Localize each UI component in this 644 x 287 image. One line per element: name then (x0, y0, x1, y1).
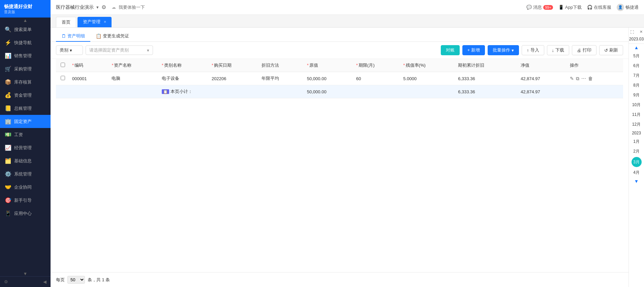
sidebar-item-sales[interactable]: 📊销售管理 (0, 49, 51, 62)
more-icon-0[interactable]: ⋯ (581, 76, 586, 81)
sidebar-item-quick-nav[interactable]: ⚡快捷导航 (0, 36, 51, 49)
sidebar-item-enterprise[interactable]: 🤝企业协同 (0, 181, 51, 194)
select-all-checkbox[interactable] (61, 63, 65, 67)
experience-link[interactable]: 我要体验一下 (119, 4, 145, 10)
message-item[interactable]: 💬 消息 99+ (526, 4, 553, 10)
month-item-11月[interactable]: 11月 (629, 110, 644, 120)
app-download-label: App下载 (565, 4, 582, 10)
category-input-select[interactable]: 请选择固定资产类别 ▾ (86, 45, 153, 55)
category-input-arrow: ▾ (147, 48, 149, 53)
toolbar-left: 类别 ▾ 请选择固定资产类别 ▾ (56, 45, 153, 55)
subtotal-label: 📋本页小计： (159, 85, 304, 98)
sidebar-item-search[interactable]: 🔍搜索菜单 (0, 23, 51, 36)
sidebar-item-ledger[interactable]: 📒总账管理 (0, 102, 51, 115)
month-item-12月[interactable]: 12月 (629, 120, 644, 129)
month-item-1月[interactable]: 1月 (629, 137, 644, 147)
table-row: 000001 电脑 电子设备 202206 年限平均 50,000.00 60 … (56, 72, 623, 85)
expand-icon[interactable]: ⛶ (630, 30, 634, 34)
new-button[interactable]: + 新增 (462, 45, 485, 55)
total-label: 条，共 1 条 (88, 277, 110, 283)
app-title: 畅捷通好业财 (4, 3, 47, 9)
sub-tab-asset-detail[interactable]: 🗒 资产明细 (56, 31, 90, 42)
month-scroll-up[interactable]: ▲ (634, 44, 639, 51)
sidebar-item-inventory[interactable]: 📦库存核算 (0, 75, 51, 89)
sidebar-icon-sales: 📊 (5, 53, 11, 59)
settings-icon[interactable]: ⚙ (4, 279, 8, 284)
topbar-right: 💬 消息 99+ 📱 App下载 🎧 在线客服 👤 畅捷通 (526, 4, 639, 11)
sidebar-item-payroll[interactable]: 💵工资 (0, 128, 51, 141)
sidebar-icon-app-center: 📱 (5, 210, 11, 217)
month-item-9月[interactable]: 9月 (629, 90, 644, 100)
sidebar-label-quick-nav: 快捷导航 (14, 40, 32, 46)
print-button[interactable]: 🖨 打印 (572, 45, 596, 55)
month-item-6月[interactable]: 6月 (629, 61, 644, 71)
message-badge: 99+ (543, 5, 553, 10)
row-category-0: 电子设备 (159, 72, 209, 85)
header-residual-rate: *残值率(%) (401, 59, 456, 72)
month-scroll-down[interactable]: ▼ (634, 178, 639, 185)
row-checkbox-0[interactable] (61, 76, 65, 80)
collapse-icon[interactable]: ◀ (43, 279, 47, 284)
sidebar-label-ledger: 总账管理 (14, 105, 32, 111)
sidebar-icon-purchase: 🛒 (5, 66, 11, 72)
sidebar-scroll-up[interactable]: ▲ (0, 18, 51, 23)
tab-home-label: 首页 (62, 20, 70, 25)
header-category: *类别名称 (159, 59, 209, 72)
month-item-4月[interactable]: 4月 (629, 168, 644, 178)
per-page-select[interactable]: 102050100 (67, 276, 85, 284)
sub-tab-change-voucher[interactable]: 📋 变更生成凭证 (90, 31, 134, 42)
content-main: 🗒 资产明细 📋 变更生成凭证 类别 ▾ 请选择固定资产类别 (51, 28, 628, 287)
sidebar-item-system[interactable]: ⚙️系统管理 (0, 167, 51, 181)
sidebar-nav: 🔍搜索菜单⚡快捷导航📊销售管理🛒采购管理📦库存核算💰资金管理📒总账管理🏢固定资产… (0, 23, 51, 271)
sidebar-item-app-center[interactable]: 📱应用中心 (0, 207, 51, 220)
user-item[interactable]: 👤 畅捷通 (617, 4, 639, 11)
sidebar-icon-base-info: 🗂️ (5, 158, 11, 164)
month-item-5月[interactable]: 5月 (629, 51, 644, 61)
app-subtitle: 普及版 (4, 9, 47, 14)
sidebar-scroll-down[interactable]: ▼ (0, 271, 51, 276)
sub-tab-change-voucher-label: 变更生成凭证 (103, 33, 129, 39)
sidebar-label-app-center: 应用中心 (14, 211, 32, 217)
download-icon: ↓ (552, 48, 554, 53)
row-original-value-0: 50,000.00 (304, 72, 354, 85)
month-item-10月[interactable]: 10月 (629, 100, 644, 110)
tab-home[interactable]: 首页 (56, 17, 76, 27)
download-button[interactable]: ↓ 下载 (547, 45, 570, 55)
sidebar-item-guide[interactable]: 🎯新手引导 (0, 194, 51, 207)
reconcile-button[interactable]: 对账 (441, 45, 460, 55)
online-service-label: 在线客服 (594, 4, 611, 10)
sidebar-icon-enterprise: 🤝 (5, 184, 11, 190)
category-filter-select[interactable]: 类别 ▾ (56, 45, 83, 55)
subtotal-empty-5 (401, 85, 456, 98)
import-button[interactable]: ↑ 导入 (522, 45, 544, 55)
company-dropdown-icon[interactable]: ▾ (96, 5, 99, 10)
edit-icon-0[interactable]: ✎ (570, 76, 574, 81)
close-panel-icon[interactable]: ✕ (640, 30, 643, 34)
online-service-item[interactable]: 🎧 在线客服 (587, 4, 611, 10)
category-dropdown-icon: ▾ (70, 48, 72, 53)
delete-icon-0[interactable]: 🗑 (588, 76, 593, 81)
header-name: *资产名称 (109, 59, 159, 72)
tab-asset-management[interactable]: 资产管理 × (78, 17, 112, 27)
sidebar-item-purchase[interactable]: 🛒采购管理 (0, 62, 51, 75)
month-item-7月[interactable]: 7月 (629, 71, 644, 81)
sidebar-item-funds[interactable]: 💰资金管理 (0, 89, 51, 102)
refresh-label: 刷新 (609, 47, 618, 53)
settings-gear-icon[interactable]: ⚙ (101, 4, 106, 10)
sidebar-item-operations[interactable]: 📈经营管理 (0, 141, 51, 154)
sidebar-label-base-info: 基础信息 (14, 158, 32, 164)
batch-button[interactable]: 批量操作 ▾ (488, 45, 519, 55)
copy-icon-0[interactable]: ⧉ (576, 76, 579, 82)
row-accumulated-0: 6,333.36 (455, 72, 518, 85)
sidebar-item-fixed-assets[interactable]: 🏢固定资产 (0, 115, 51, 128)
month-active-3月[interactable]: 3月 (632, 157, 642, 167)
app-download-item[interactable]: 📱 App下载 (558, 4, 582, 10)
header-action: 操作 (567, 59, 623, 72)
sidebar-item-base-info[interactable]: 🗂️基础信息 (0, 154, 51, 167)
sub-tab-asset-detail-label: 资产明细 (67, 33, 85, 39)
month-item-8月[interactable]: 8月 (629, 81, 644, 90)
refresh-button[interactable]: ↺ 刷新 (599, 45, 623, 55)
header-checkbox-col (56, 59, 69, 72)
month-item-2月[interactable]: 2月 (629, 147, 644, 156)
tab-close-icon[interactable]: × (104, 19, 106, 24)
